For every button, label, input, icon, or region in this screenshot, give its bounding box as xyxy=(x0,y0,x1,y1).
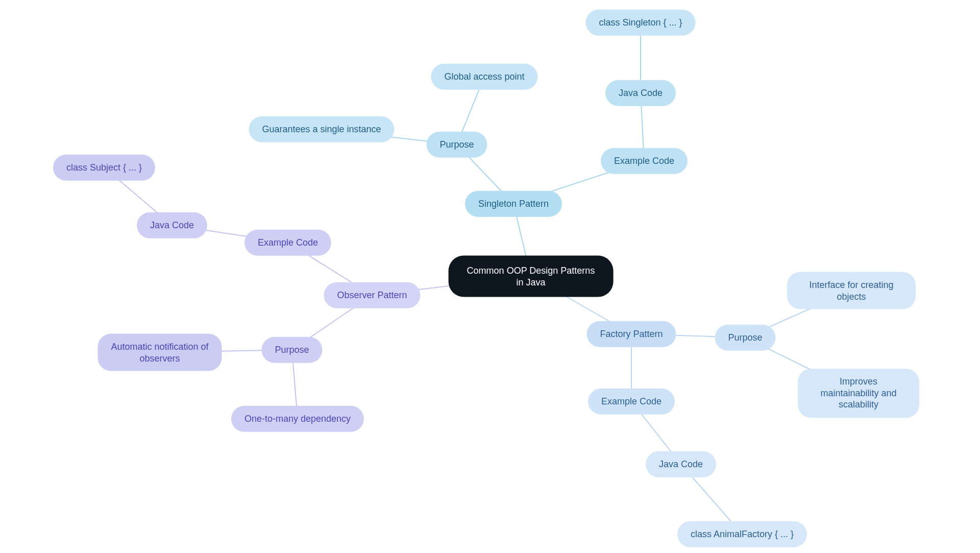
node-observer-code: class Subject { ... } xyxy=(53,155,155,181)
node-factory-pattern[interactable]: Factory Pattern xyxy=(586,321,676,347)
node-observer-purpose[interactable]: Purpose xyxy=(261,337,322,363)
node-singleton-java: Java Code xyxy=(605,80,676,106)
node-singleton-purpose-a: Guarantees a single instance xyxy=(249,116,394,142)
node-singleton-code: class Singleton { ... } xyxy=(585,10,695,36)
node-factory-code: class AnimalFactory { ... } xyxy=(677,521,807,547)
root-node: Common OOP Design Patterns in Java xyxy=(449,256,614,297)
node-singleton-purpose[interactable]: Purpose xyxy=(426,132,487,158)
node-singleton-pattern[interactable]: Singleton Pattern xyxy=(465,191,562,217)
node-factory-purpose-a: Interface for creating objects xyxy=(787,272,916,309)
node-factory-example[interactable]: Example Code xyxy=(588,389,675,415)
node-observer-pattern[interactable]: Observer Pattern xyxy=(324,282,420,308)
node-factory-purpose-b: Improves maintainability and scalability xyxy=(798,369,919,418)
node-factory-java: Java Code xyxy=(646,451,716,477)
node-singleton-purpose-b: Global access point xyxy=(431,64,537,90)
mindmap-canvas: Common OOP Design Patterns in Java Singl… xyxy=(0,0,980,553)
node-observer-example[interactable]: Example Code xyxy=(244,230,331,256)
node-observer-purpose-b: One-to-many dependency xyxy=(231,406,364,432)
node-observer-java: Java Code xyxy=(137,212,207,238)
node-observer-purpose-a: Automatic notification of observers xyxy=(97,334,222,371)
node-factory-purpose[interactable]: Purpose xyxy=(715,325,775,351)
node-singleton-example[interactable]: Example Code xyxy=(601,148,688,174)
